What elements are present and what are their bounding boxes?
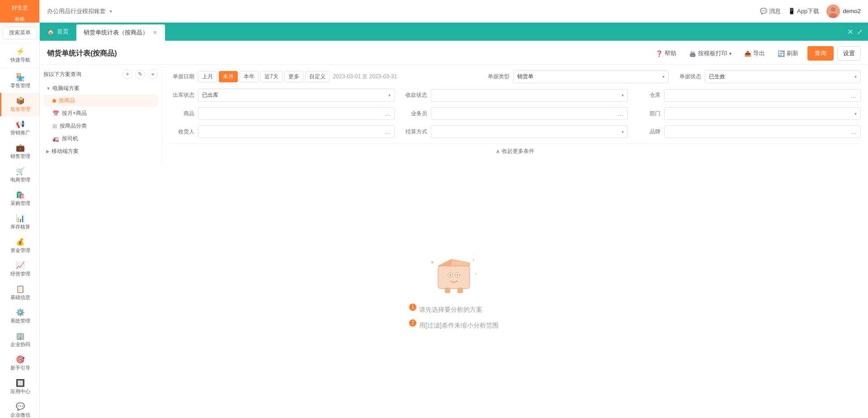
date-shortcuts: 上月 本月 本年 近7天 更多 自定义	[198, 71, 330, 82]
mobile-group-header[interactable]: ▶ 移动端方案	[43, 146, 158, 157]
avatar[interactable]	[826, 5, 840, 18]
department-label: 部门	[635, 110, 664, 118]
tab-sales-stats[interactable]: 销货单统计表（按商品） ✕	[76, 24, 165, 41]
recipient-dots[interactable]: …	[384, 128, 391, 135]
sidebar-item-inventory[interactable]: 📊 库存核算	[0, 210, 39, 234]
tree-item-by-printer[interactable]: 🚛 按司机	[43, 133, 158, 145]
pc-group-collapse-icon: ▼	[46, 86, 51, 91]
sidebar-item-sales[interactable]: 💼 销售管理	[0, 140, 39, 163]
pc-group-header[interactable]: ▼ 电脑端方案	[43, 83, 158, 94]
doc-status-value: 已生效	[709, 73, 725, 81]
date-btn-last-month[interactable]: 上月	[198, 71, 217, 82]
payment-label: 收款状态	[402, 91, 431, 99]
product-select[interactable]: …	[198, 107, 395, 120]
settings-button[interactable]: 设置	[837, 46, 861, 61]
operation-icon: 📈	[16, 261, 25, 270]
svg-rect-13	[445, 288, 450, 293]
warehouse-field: 仓库 …	[635, 89, 861, 102]
topbar-dropdown-icon[interactable]: ▾	[109, 8, 112, 14]
hint-num-1: 1	[409, 304, 416, 311]
sidebar-item-operation[interactable]: 📈 经营管理	[0, 257, 39, 281]
doc-type-select[interactable]: 销货单 ▾	[513, 70, 669, 83]
main-area: 办公用品行业模拟账套 ▾ 💬 消息 📱 App下载 demo2 🏠 首页	[40, 0, 868, 418]
recipient-select[interactable]: …	[198, 125, 395, 138]
filter-row-4: 收货人 … 结算方式 ▾ 品牌	[169, 125, 861, 138]
sidebar-wechat-label: 企业微信	[10, 412, 30, 418]
tab-close-icon[interactable]: ✕	[153, 29, 157, 36]
tab-home[interactable]: 🏠 首页	[40, 23, 76, 41]
sidebar-item-wholesale[interactable]: 📦 批发管理	[0, 93, 39, 116]
app-download-button[interactable]: 📱 App下载	[788, 7, 819, 15]
empty-state: ★ ✦ ✦ 1 请先选择要分析的方案 2 用[过滤]条件来缩小分析范围	[40, 164, 868, 418]
date-btn-more[interactable]: 更多	[284, 71, 303, 82]
sidebar-item-quick-nav[interactable]: ⚡ 快捷导航	[0, 43, 39, 67]
date-btn-this-month[interactable]: 本月	[219, 71, 238, 82]
print-button[interactable]: 🖨️ 按模板打印 ▾	[685, 48, 735, 59]
tab-fullscreen-icon[interactable]: ⤢	[857, 28, 863, 36]
doc-status-select[interactable]: 已生效 ▾	[705, 70, 861, 83]
help-button[interactable]: ❓ 帮助	[652, 48, 680, 59]
tree-item-by-month-product[interactable]: 📅 按月+商品	[43, 107, 158, 119]
collapse-scheme-icon[interactable]: «	[148, 69, 158, 79]
query-button[interactable]: 查询	[807, 46, 834, 61]
purchase-icon: 🛍️	[16, 190, 25, 199]
user-area[interactable]: demo2	[826, 5, 861, 18]
add-scheme-icon[interactable]: +	[123, 69, 132, 79]
print-dropdown-icon[interactable]: ▾	[729, 51, 731, 56]
sidebar-item-enterprise[interactable]: 🏢 企业协同	[0, 328, 39, 352]
sidebar-finance-label: 资金管理	[10, 247, 30, 254]
product-field: 商品 …	[169, 107, 395, 120]
logo[interactable]: 好生意 标账	[0, 0, 39, 23]
salesperson-select[interactable]: …	[431, 107, 627, 120]
collapse-label: 收起更多条件	[502, 147, 534, 155]
collapse-bar[interactable]: ∧ 收起更多条件	[169, 143, 861, 159]
empty-image: ★ ✦ ✦	[427, 250, 481, 295]
warehouse-select[interactable]: …	[664, 89, 861, 102]
sidebar-item-purchase[interactable]: 🛍️ 采购管理	[0, 187, 39, 210]
department-select[interactable]: ▾	[664, 107, 861, 120]
sidebar-item-retail[interactable]: 🏪 零售管理	[0, 69, 39, 93]
empty-hint-1: 1 请先选择要分析的方案	[409, 303, 499, 317]
sidebar-item-guide[interactable]: 🎯 新手引导	[0, 352, 39, 375]
svg-text:好生意: 好生意	[12, 5, 28, 11]
warehouse-dots[interactable]: …	[850, 92, 857, 99]
settlement-select[interactable]: ▾	[431, 125, 627, 138]
payment-select[interactable]: ▾	[431, 89, 627, 102]
search-menu-button[interactable]: 搜索菜单	[3, 26, 37, 39]
sidebar-item-finance[interactable]: 💰 资金管理	[0, 234, 39, 257]
tree-item-by-product-category[interactable]: ⊞ 按商品分类	[43, 120, 158, 132]
tab-close-all-icon[interactable]: ✕	[847, 28, 853, 36]
export-button[interactable]: 📤 导出	[741, 48, 769, 59]
marketing-icon: 📢	[16, 120, 25, 128]
sidebar-item-ecommerce[interactable]: 🛒 电商管理	[0, 163, 39, 187]
mobile-group-label: 移动端方案	[52, 147, 79, 155]
username-label: demo2	[843, 8, 861, 14]
out-status-field: 出库状态 已出库 ▾	[169, 89, 395, 102]
out-status-select[interactable]: 已出库 ▾	[198, 89, 395, 102]
sidebar-item-system[interactable]: ⚙️ 系统管理	[0, 304, 39, 328]
tree-item-by-product[interactable]: 按商品	[43, 95, 158, 107]
message-button[interactable]: 💬 消息	[760, 7, 781, 15]
search-area: 搜索菜单	[0, 23, 39, 43]
sidebar-item-marketing[interactable]: 📢 营销推广	[0, 116, 39, 140]
refresh-button[interactable]: 🔄 刷新	[774, 48, 802, 59]
salesperson-dots[interactable]: …	[618, 110, 624, 117]
sidebar-item-wechat[interactable]: 💬 企业微信	[0, 399, 39, 418]
topbar-left: 办公用品行业模拟账套 ▾	[47, 7, 112, 15]
date-btn-last-7-days[interactable]: 近7天	[260, 71, 283, 82]
date-label: 单据日期	[169, 73, 198, 81]
product-dots[interactable]: …	[384, 110, 391, 117]
svg-text:✦: ✦	[474, 272, 477, 276]
sidebar-item-apps[interactable]: 🔲 应用中心	[0, 375, 39, 399]
date-btn-custom[interactable]: 自定义	[305, 71, 330, 82]
hint-text-1: 请先选择要分析的方案	[419, 303, 482, 317]
sidebar: 好生意 标账 搜索菜单 ⚡ 快捷导航 🏪 零售管理 📦 批发管理 📢 营销推广 …	[0, 0, 40, 418]
date-btn-this-year[interactable]: 本年	[240, 71, 259, 82]
sidebar-item-basic[interactable]: 📋 基础信息	[0, 281, 39, 304]
edit-scheme-icon[interactable]: ✎	[135, 69, 145, 79]
settlement-field: 结算方式 ▾	[402, 125, 627, 138]
tree-item-by-printer-label: 按司机	[62, 135, 78, 142]
brand-dots[interactable]: …	[850, 128, 857, 135]
brand-select[interactable]: …	[664, 125, 861, 138]
message-icon: 💬	[760, 8, 767, 14]
